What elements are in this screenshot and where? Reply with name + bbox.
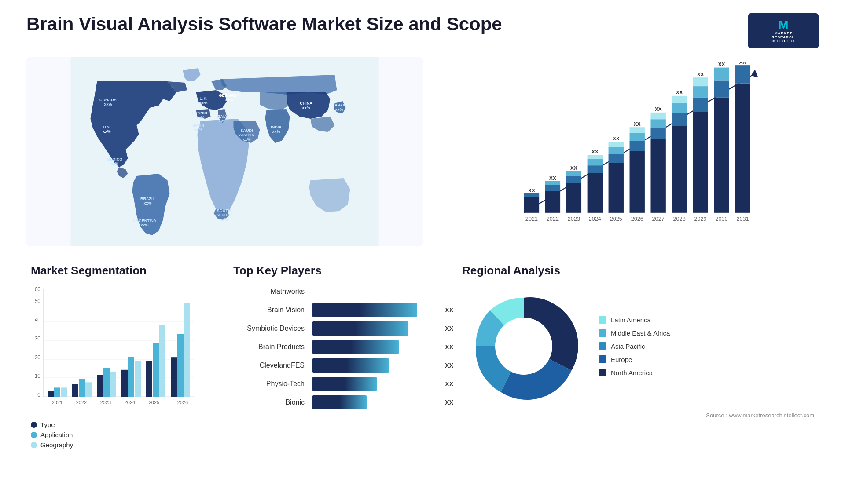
svg-text:2022: 2022 [76, 400, 87, 405]
source-line: Source : www.marketresearchintellect.com [462, 412, 814, 419]
svg-rect-118 [128, 357, 134, 397]
player-row-bionic: Bionic XX [233, 395, 436, 409]
player-row-brainproducts: Brain Products XX [233, 340, 436, 354]
player-name-brainvision: Brain Vision [233, 306, 308, 314]
svg-rect-57 [629, 141, 644, 151]
player-row-physiotech: Physio-Tech XX [233, 377, 436, 391]
svg-rect-61 [650, 139, 665, 212]
svg-text:XX: XX [718, 62, 725, 67]
world-map-svg: CANADA xx% U.S. xx% MEXICO xx% BRAZIL xx… [26, 57, 423, 246]
regional-legend: Latin America Middle East & Africa Asia … [599, 316, 670, 376]
svg-text:ARABIA: ARABIA [239, 133, 254, 137]
svg-text:50: 50 [35, 298, 41, 304]
svg-text:xx%: xx% [335, 107, 343, 112]
logo-letter: M [778, 19, 788, 31]
players-list: Mathworks Brain Vision XX Symbiotic Devi… [233, 285, 436, 409]
svg-rect-39 [545, 185, 560, 191]
svg-rect-49 [588, 155, 603, 159]
svg-text:JAPAN: JAPAN [333, 103, 346, 107]
regional-title: Regional Analysis [462, 264, 814, 278]
player-bar-bionic: XX [312, 395, 436, 409]
player-bar-mathworks [312, 285, 436, 299]
svg-text:ARGENTINA: ARGENTINA [133, 219, 157, 223]
legend-label-middle-east-africa: Middle East & Africa [611, 329, 670, 337]
growth-bar-chart: XX XX XX XX [449, 62, 810, 229]
legend-application: Application [31, 431, 207, 438]
svg-rect-73 [693, 86, 708, 97]
svg-rect-40 [545, 181, 560, 185]
player-value-bionic: XX [445, 399, 453, 406]
svg-rect-69 [672, 96, 687, 103]
donut-chart-wrap [462, 285, 585, 408]
legend-color-latin-america [599, 316, 606, 324]
legend-type: Type [31, 421, 207, 428]
svg-rect-66 [672, 126, 687, 213]
legend-dot-geography [31, 442, 37, 448]
svg-text:XX: XX [634, 121, 641, 127]
svg-text:XX: XX [528, 187, 535, 193]
player-name-bionic: Bionic [233, 398, 308, 406]
svg-text:SPAIN: SPAIN [192, 123, 204, 128]
svg-rect-120 [146, 361, 152, 397]
player-bar-physiotech: XX [312, 377, 436, 391]
svg-text:xx%: xx% [140, 223, 148, 227]
svg-text:2028: 2028 [673, 216, 685, 222]
svg-rect-115 [103, 368, 110, 397]
svg-text:XX: XX [739, 62, 746, 65]
svg-rect-59 [629, 127, 644, 133]
svg-rect-67 [672, 113, 687, 126]
legend-color-asia-pacific [599, 342, 606, 350]
bottom-section: Market Segmentation 0 10 20 30 40 50 60 [26, 259, 819, 444]
svg-text:CHINA: CHINA [300, 101, 312, 106]
legend-europe: Europe [599, 355, 670, 363]
logo-text: MARKETRESEARCHINTELLECT [772, 31, 795, 43]
svg-rect-63 [650, 119, 665, 128]
legend-color-middle-east-africa [599, 329, 606, 337]
player-row-clevelandfes: ClevelandFES XX [233, 358, 436, 373]
page-container: Brain Visual Analysis Software Market Si… [0, 0, 845, 504]
player-row-mathworks: Mathworks [233, 285, 436, 299]
svg-rect-77 [714, 80, 729, 97]
growth-chart-container: XX XX XX XX [441, 57, 819, 246]
svg-rect-119 [135, 361, 141, 397]
svg-text:10: 10 [35, 373, 41, 379]
svg-text:SAUDI: SAUDI [240, 128, 253, 133]
legend-label-geography: Geography [40, 441, 73, 449]
logo: M MARKETRESEARCHINTELLECT [748, 13, 819, 48]
segmentation-chart: 0 10 20 30 40 50 60 [31, 285, 198, 412]
svg-text:CANADA: CANADA [99, 98, 117, 102]
svg-rect-48 [588, 159, 603, 165]
svg-text:2023: 2023 [568, 216, 580, 222]
player-name-physiotech: Physio-Tech [233, 380, 308, 388]
world-map-container: CANADA xx% U.S. xx% MEXICO xx% BRAZIL xx… [26, 57, 423, 246]
player-bar-brainproducts: XX [312, 340, 436, 354]
svg-rect-123 [171, 357, 177, 397]
svg-text:30: 30 [35, 336, 41, 342]
legend-north-america: North America [599, 369, 670, 376]
player-bar-clevelandfes: XX [312, 358, 436, 373]
svg-text:XX: XX [676, 89, 683, 95]
legend-label-latin-america: Latin America [611, 316, 651, 324]
svg-rect-121 [153, 343, 159, 397]
legend-label-europe: Europe [611, 356, 632, 363]
player-bar-fill-physiotech [312, 377, 377, 391]
player-bar-brainvision: XX [312, 303, 436, 317]
svg-text:20: 20 [35, 354, 41, 361]
legend-color-europe [599, 355, 606, 363]
svg-text:ITALY: ITALY [217, 114, 228, 119]
player-bar-fill-brainproducts [312, 340, 399, 354]
svg-text:U.K.: U.K. [199, 96, 207, 101]
svg-text:xx%: xx% [196, 115, 204, 120]
players-section: Top Key Players Mathworks Brain Vision X… [229, 259, 440, 444]
svg-text:2031: 2031 [736, 216, 749, 222]
svg-rect-64 [650, 113, 665, 119]
svg-rect-125 [184, 303, 190, 397]
player-value-clevelandfes: XX [445, 362, 453, 369]
svg-text:INDIA: INDIA [271, 125, 282, 129]
legend-dot-application [31, 432, 37, 438]
svg-text:XX: XX [592, 149, 599, 154]
segmentation-legend: Type Application Geography [31, 421, 207, 449]
svg-rect-71 [693, 112, 708, 213]
svg-rect-108 [48, 391, 54, 397]
svg-text:FRANCE: FRANCE [192, 111, 209, 115]
